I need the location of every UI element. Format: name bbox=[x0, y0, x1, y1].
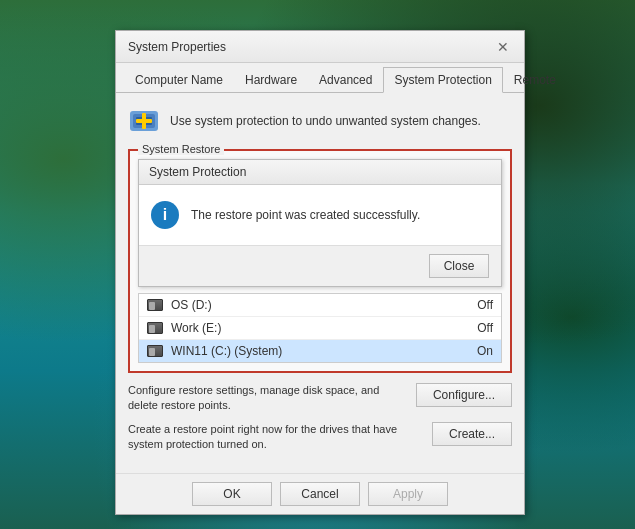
drive-name: OS (D:) bbox=[171, 298, 469, 312]
tab-remote[interactable]: Remote bbox=[503, 67, 567, 93]
drive-status: Off bbox=[477, 321, 493, 335]
bottom-section: Configure restore settings, manage disk … bbox=[128, 383, 512, 453]
drive-icon bbox=[147, 345, 163, 357]
configure-row: Configure restore settings, manage disk … bbox=[128, 383, 512, 414]
success-message: The restore point was created successful… bbox=[191, 208, 420, 222]
configure-button[interactable]: Configure... bbox=[416, 383, 512, 407]
drive-status: Off bbox=[477, 298, 493, 312]
create-description: Create a restore point right now for the… bbox=[128, 422, 422, 453]
tab-hardware[interactable]: Hardware bbox=[234, 67, 308, 93]
drive-status: On bbox=[477, 344, 493, 358]
create-row: Create a restore point right now for the… bbox=[128, 422, 512, 453]
inner-close-button[interactable]: Close bbox=[429, 254, 489, 278]
close-button[interactable]: ✕ bbox=[494, 38, 512, 56]
inner-dialog-body: i The restore point was created successf… bbox=[139, 185, 501, 245]
svg-rect-4 bbox=[136, 119, 152, 123]
drive-row[interactable]: Work (E:) Off bbox=[139, 317, 501, 340]
group-label: System Restore bbox=[138, 143, 224, 155]
system-properties-window: System Properties ✕ Computer Name Hardwa… bbox=[115, 30, 525, 515]
window-title: System Properties bbox=[128, 40, 226, 54]
inner-dialog: System Protection i The restore point wa… bbox=[138, 159, 502, 287]
shield-icon bbox=[128, 105, 160, 137]
create-button[interactable]: Create... bbox=[432, 422, 512, 446]
drives-list: OS (D:) Off Work (E:) Off WIN11 (C:) (Sy… bbox=[138, 293, 502, 363]
inner-dialog-footer: Close bbox=[139, 245, 501, 286]
system-restore-group: System Restore System Protection i The r… bbox=[128, 149, 512, 373]
info-icon: i bbox=[151, 201, 179, 229]
tab-advanced[interactable]: Advanced bbox=[308, 67, 383, 93]
drive-icon bbox=[147, 299, 163, 311]
tab-content: Use system protection to undo unwanted s… bbox=[116, 93, 524, 473]
dialog-footer: OK Cancel Apply bbox=[116, 473, 524, 514]
tab-system-protection[interactable]: System Protection bbox=[383, 67, 502, 93]
drive-icon bbox=[147, 322, 163, 334]
cancel-button[interactable]: Cancel bbox=[280, 482, 360, 506]
header-description: Use system protection to undo unwanted s… bbox=[170, 114, 481, 128]
drive-name: Work (E:) bbox=[171, 321, 469, 335]
configure-description: Configure restore settings, manage disk … bbox=[128, 383, 406, 414]
ok-button[interactable]: OK bbox=[192, 482, 272, 506]
tabs-bar: Computer Name Hardware Advanced System P… bbox=[116, 63, 524, 93]
apply-button[interactable]: Apply bbox=[368, 482, 448, 506]
inner-dialog-title: System Protection bbox=[139, 160, 501, 185]
drive-name: WIN11 (C:) (System) bbox=[171, 344, 469, 358]
header-section: Use system protection to undo unwanted s… bbox=[128, 105, 512, 137]
drive-row[interactable]: OS (D:) Off bbox=[139, 294, 501, 317]
title-bar: System Properties ✕ bbox=[116, 31, 524, 63]
tab-computer-name[interactable]: Computer Name bbox=[124, 67, 234, 93]
drive-row-selected[interactable]: WIN11 (C:) (System) On bbox=[139, 340, 501, 362]
